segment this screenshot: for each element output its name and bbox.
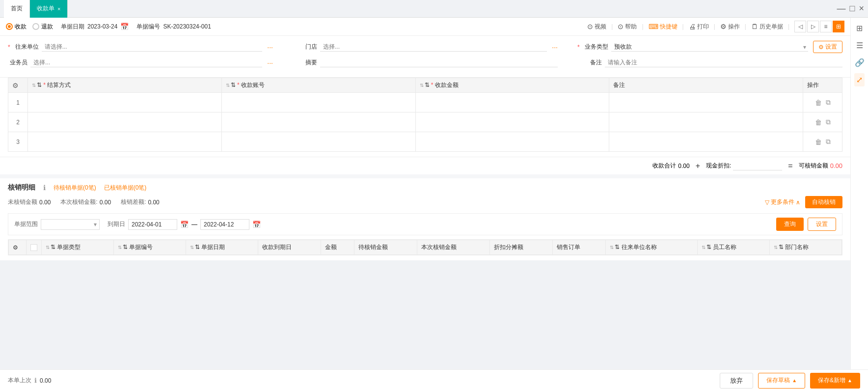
receipt-table-section: ⚙ ⇅ * 结算方式 ⇅ * 收款账号 ⇅ * 收款 [0,78,850,157]
req-star3: * [431,82,434,88]
date-to-calendar-icon[interactable]: 📅 [252,221,261,228]
account-input-3[interactable] [222,132,415,151]
delete-row-1-icon[interactable]: 🗑 [815,99,822,107]
copy-row-3-icon[interactable]: ⧉ [826,138,831,146]
amount-input-3[interactable] [416,132,609,151]
uncancelled-stat: 未核销金额 0.00 [8,198,51,206]
done-tab[interactable]: 已核销单据(0笔) [104,184,147,192]
from-unit-input[interactable] [42,42,263,52]
shortcut-btn[interactable]: ⌨ 快捷键 [649,23,678,31]
col-due-date-header: 收款到期日 [258,240,321,255]
date-dash: — [191,221,197,228]
receipt-type-group: 收款 退款 [6,23,53,31]
bottom-bar: 本单上次 ℹ 0.00 放弃 保存草稿 ▲ 保存&新增 ▲ [0,369,868,391]
pending-tab[interactable]: 待核销单据(0笔) [54,184,96,192]
filter-setting-button[interactable]: 设置 [808,218,836,231]
table-footer: 收款合计 0.00 + 现金折扣: = 可核销金额 0.00 [0,157,850,174]
summary-input[interactable] [320,58,558,67]
video-btn[interactable]: ⊙ 视频 [587,23,606,31]
available-field: 可核销金额 0.00 [799,162,842,170]
from-unit-more-icon[interactable]: ··· [267,43,273,51]
query-button[interactable]: 查询 [776,218,804,231]
biz-type-select[interactable]: 预收款 [611,42,808,52]
radio-refund[interactable]: 退款 [32,23,53,31]
remark-input[interactable] [605,58,842,67]
staff-input[interactable] [30,58,262,67]
amount-input-2[interactable] [416,112,609,132]
filter-buttons: 查询 设置 [776,218,836,231]
form-row-2: 业务员 ··· 摘要 备注 [8,58,842,67]
layout-next-icon[interactable]: ▷ [807,21,819,32]
remark-field: 备注 [577,58,842,67]
col-sales-order-header: 销售订单 [553,240,606,255]
radio-receipt[interactable]: 收款 [6,23,27,31]
sidebar-list-icon[interactable]: ☰ [854,39,865,52]
remark-input-1[interactable] [609,93,803,112]
save-new-button[interactable]: 保存&新增 ▲ [810,373,860,389]
section-divider [0,174,850,178]
auto-cancel-button[interactable]: 自动核销 [805,196,842,208]
maximize-icon[interactable]: □ [850,3,855,14]
layout-list-icon[interactable]: ≡ [820,21,832,32]
minimize-icon[interactable]: — [837,3,846,14]
bill-range-select[interactable] [41,219,100,230]
date-from-calendar-icon[interactable]: 📅 [180,221,189,228]
copy-row-1-icon[interactable]: ⧉ [826,98,831,107]
date-from-input[interactable] [128,219,177,230]
eq-sign: = [788,162,792,170]
account-input-1[interactable] [222,93,415,112]
table-settings-header: ⚙ [8,78,28,93]
tab-close-icon[interactable]: × [57,6,60,12]
operation-btn[interactable]: ⚙ 操作 [720,23,740,31]
amount-input-1[interactable] [416,93,609,112]
close-icon[interactable]: × [859,3,864,14]
shop-input[interactable] [320,42,547,52]
sidebar-expand-icon[interactable]: ⤢ [854,73,865,86]
col-pending-amount-header: 待核销金额 [354,240,417,255]
diff-stat: 核销差额: 0.00 [121,198,160,206]
shop-field: 门店 ··· [293,42,558,52]
account-input-2[interactable] [222,112,415,132]
date-to-input[interactable] [200,219,249,230]
discount-input[interactable] [733,161,782,170]
delete-row-3-icon[interactable]: 🗑 [815,138,822,146]
biz-settings-button[interactable]: ⚙ 设置 [813,41,842,53]
sidebar-table-icon[interactable]: ⊞ [854,22,865,35]
this-cancel-stat: 本次核销金额: 0.00 [60,198,111,206]
abandon-button[interactable]: 放弃 [720,373,753,389]
tab-home[interactable]: 首页 [4,0,30,18]
remark-input-2[interactable] [609,112,803,132]
verif-info-icon[interactable]: ℹ [43,184,46,192]
remark-input-3[interactable] [609,132,803,151]
col-discount-header: 折扣分摊额 [490,240,553,255]
copy-row-2-icon[interactable]: ⧉ [826,118,831,126]
save-draft-button[interactable]: 保存草稿 ▲ [758,373,805,389]
layout-prev-icon[interactable]: ◁ [794,21,806,32]
select-all-checkbox[interactable] [30,244,37,251]
layout-grid-icon[interactable]: ⊞ [833,21,844,32]
settle-input-3[interactable] [28,132,221,151]
verif-section: 核销明细 ℹ 待核销单据(0笔) 已核销单据(0笔) 未核销金额 0.00 本次… [0,178,850,260]
verif-table-settings-header: ⚙ [9,240,27,255]
sidebar-link-icon[interactable]: 🔗 [853,56,867,69]
print-btn[interactable]: 🖨 打印 [689,23,709,31]
table-row: 3 🗑 ⧉ [8,132,842,152]
calendar-icon[interactable]: 📅 [120,23,129,30]
table-settings-icon[interactable]: ⚙ [12,82,19,89]
shop-more-icon[interactable]: ··· [552,43,558,51]
available-value: 0.00 [830,162,842,169]
verif-table-gear-icon[interactable]: ⚙ [13,244,18,251]
tab-receipt[interactable]: 收款单 × [30,0,68,18]
verif-title: 核销明细 [8,183,35,192]
more-conditions-btn[interactable]: ▽ 更多条件 ∧ [765,198,800,206]
help-btn[interactable]: ⊙ 帮助 [618,23,637,31]
biz-type-field: * 业务类型 预收款 ▾ ⚙ 设置 [577,41,842,53]
delete-row-2-icon[interactable]: 🗑 [815,118,822,126]
staff-more-icon[interactable]: ··· [267,59,273,67]
bottom-info-icon[interactable]: ℹ [34,377,37,384]
settle-input-2[interactable] [28,112,221,132]
history-btn[interactable]: 🗒 历史单据 [751,23,783,31]
settle-input-1[interactable] [28,93,221,112]
table-row: 1 🗑 ⧉ [8,93,842,112]
radio-receipt-indicator [6,23,13,30]
